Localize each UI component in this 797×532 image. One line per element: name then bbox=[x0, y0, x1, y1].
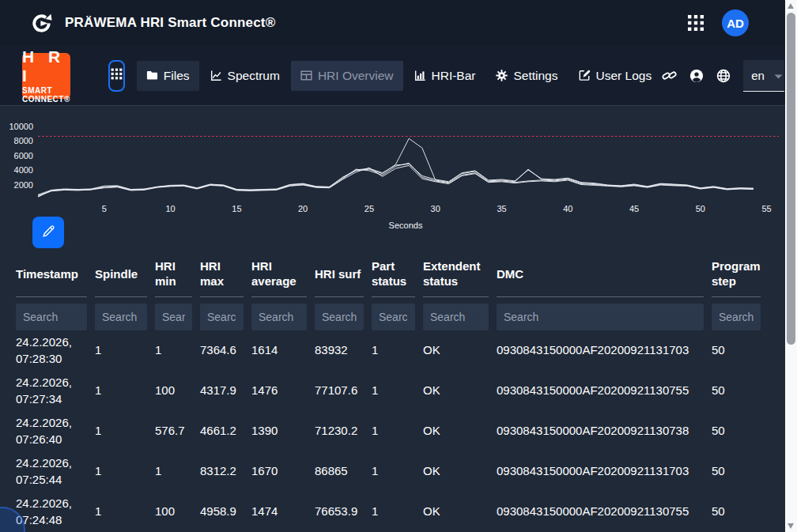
cell-timestamp: 24.2.2026, 07:27:34 bbox=[16, 371, 95, 411]
user-icon[interactable] bbox=[689, 69, 704, 83]
search-cell-program_step bbox=[712, 304, 769, 330]
cell-program_step: 50 bbox=[712, 451, 769, 492]
cell-hri_min: 1 bbox=[155, 330, 200, 371]
search-input-hri_max[interactable] bbox=[200, 304, 244, 330]
globe-icon[interactable] bbox=[716, 69, 731, 83]
column-header-program_step[interactable]: Program step bbox=[712, 251, 761, 297]
svg-text:10: 10 bbox=[165, 204, 175, 213]
search-cell-hri_min bbox=[155, 304, 200, 330]
scroll-down-arrow-icon[interactable] bbox=[788, 523, 794, 529]
page-title: PRÄWEMA HRI Smart Connect® bbox=[65, 15, 275, 31]
table-search-row bbox=[16, 304, 769, 330]
tab-hri-bar[interactable]: HRI-Bar bbox=[405, 61, 485, 91]
svg-text:6000: 6000 bbox=[14, 151, 33, 160]
scroll-up-arrow-icon[interactable] bbox=[788, 3, 794, 9]
cell-dmc: 0930843150000AF20200921131703 bbox=[497, 451, 712, 492]
column-header-hri_surf[interactable]: HRI surf bbox=[315, 251, 364, 297]
cell-spindle: 1 bbox=[95, 451, 155, 492]
cell-timestamp: 24.2.2026, 07:28:30 bbox=[16, 330, 95, 371]
search-input-program_step[interactable] bbox=[712, 304, 761, 330]
column-header-hri_min[interactable]: HRI min bbox=[155, 251, 192, 297]
vertical-scrollbar[interactable] bbox=[785, 0, 797, 532]
grid-menu-button[interactable] bbox=[108, 60, 125, 92]
search-cell-timestamp bbox=[16, 304, 95, 330]
edit-button[interactable] bbox=[32, 217, 64, 248]
search-cell-part_status bbox=[372, 304, 423, 330]
cell-hri_average: 1476 bbox=[251, 371, 315, 411]
cell-part_status: 1 bbox=[372, 451, 423, 492]
tab-label: User Logs bbox=[596, 69, 652, 83]
table-icon bbox=[300, 70, 312, 81]
cell-hri_surf: 83932 bbox=[315, 330, 372, 371]
tab-files[interactable]: Files bbox=[137, 61, 199, 91]
column-header-timestamp[interactable]: Timestamp bbox=[16, 251, 87, 297]
svg-text:Seconds: Seconds bbox=[389, 221, 423, 230]
column-header-hri_average[interactable]: HRI average bbox=[251, 251, 307, 297]
search-input-spindle[interactable] bbox=[95, 304, 147, 330]
tab-hri-overview[interactable]: HRI Overview bbox=[291, 61, 403, 91]
search-input-hri_average[interactable] bbox=[251, 304, 307, 330]
search-input-hri_surf[interactable] bbox=[315, 304, 364, 330]
cell-hri_max: 8312.2 bbox=[200, 451, 251, 492]
column-header-part_status[interactable]: Part status bbox=[372, 251, 415, 297]
column-header-hri_max[interactable]: HRI max bbox=[200, 251, 244, 297]
cell-program_step: 50 bbox=[712, 330, 769, 371]
search-cell-extendent_status bbox=[423, 304, 497, 330]
cell-part_status: 1 bbox=[372, 492, 423, 532]
cell-timestamp: 24.2.2026, 07:24:48 bbox=[16, 492, 95, 532]
cell-extendent_status: OK bbox=[423, 492, 497, 532]
cell-hri_min: 100 bbox=[155, 492, 200, 532]
column-header-extendent_status[interactable]: Extendent status bbox=[423, 251, 489, 297]
column-header-spindle[interactable]: Spindle bbox=[95, 251, 147, 297]
language-select[interactable]: en bbox=[743, 60, 784, 92]
cell-hri_surf: 76653.9 bbox=[315, 492, 372, 532]
table-row: 24.2.2026, 07:26:401576.74661.2139071230… bbox=[16, 411, 769, 451]
top-bar: PRÄWEMA HRI Smart Connect® AD bbox=[0, 0, 785, 46]
folder-icon bbox=[146, 70, 158, 81]
search-cell-dmc bbox=[497, 304, 712, 330]
cell-extendent_status: OK bbox=[423, 451, 497, 492]
cell-spindle: 1 bbox=[95, 371, 155, 411]
pencil-icon bbox=[42, 224, 55, 240]
cell-part_status: 1 bbox=[372, 411, 423, 451]
cell-hri_min: 1 bbox=[155, 451, 200, 492]
hri-data-table: TimestampSpindleHRI minHRI maxHRI averag… bbox=[16, 251, 769, 532]
search-input-part_status[interactable] bbox=[372, 304, 415, 330]
table-header-row: TimestampSpindleHRI minHRI maxHRI averag… bbox=[16, 251, 769, 297]
link-icon[interactable] bbox=[662, 68, 677, 83]
cell-dmc: 0930843150000AF20200921130755 bbox=[497, 371, 712, 411]
search-input-extendent_status[interactable] bbox=[423, 304, 489, 330]
cell-program_step: 50 bbox=[712, 492, 769, 532]
svg-text:35: 35 bbox=[497, 204, 506, 213]
table-row: 24.2.2026, 07:27:3411004317.9147677107.6… bbox=[16, 371, 769, 411]
cell-extendent_status: OK bbox=[423, 411, 497, 451]
tab-label: Settings bbox=[513, 69, 557, 83]
hri-smart-connect-logo[interactable]: H R I SMART CONNECT® bbox=[22, 53, 70, 99]
apps-grid-icon[interactable] bbox=[687, 14, 704, 32]
tab-user-logs[interactable]: User Logs bbox=[569, 61, 662, 91]
column-header-dmc[interactable]: DMC bbox=[497, 251, 704, 297]
cell-hri_max: 4317.9 bbox=[200, 371, 251, 411]
avatar[interactable]: AD bbox=[722, 9, 749, 36]
tab-label: HRI-Bar bbox=[432, 69, 476, 83]
svg-text:5: 5 bbox=[102, 204, 107, 213]
cell-hri_average: 1474 bbox=[251, 492, 315, 532]
nav-tabs: FilesSpectrumHRI OverviewHRI-BarSettings… bbox=[136, 61, 662, 91]
tab-settings[interactable]: Settings bbox=[486, 61, 567, 91]
tab-spectrum[interactable]: Spectrum bbox=[201, 61, 289, 91]
gear-icon bbox=[496, 70, 508, 81]
cell-hri_surf: 71230.2 bbox=[315, 411, 372, 451]
search-input-timestamp[interactable] bbox=[16, 304, 87, 330]
svg-text:10000: 10000 bbox=[9, 122, 33, 131]
praewema-logo-icon bbox=[30, 12, 52, 34]
svg-text:55: 55 bbox=[761, 204, 771, 213]
svg-text:15: 15 bbox=[232, 204, 241, 213]
app-window: PRÄWEMA HRI Smart Connect® AD H R I SMAR… bbox=[0, 0, 797, 532]
cell-hri_max: 4661.2 bbox=[200, 411, 251, 451]
hri-logo-subtext: SMART CONNECT® bbox=[22, 86, 70, 104]
scrollbar-thumb[interactable] bbox=[787, 13, 795, 345]
search-input-dmc[interactable] bbox=[497, 304, 704, 330]
search-input-hri_min[interactable] bbox=[155, 304, 192, 330]
svg-text:8000: 8000 bbox=[14, 136, 33, 145]
cell-hri_max: 7364.6 bbox=[200, 330, 251, 371]
